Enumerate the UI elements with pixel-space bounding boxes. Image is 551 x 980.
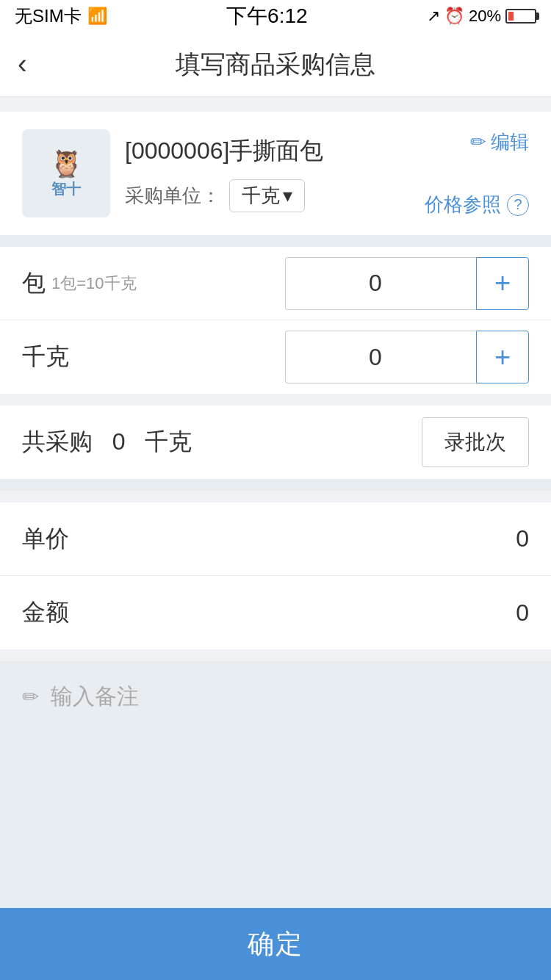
battery-percent: 20%: [469, 7, 501, 26]
bao-label: 包: [22, 267, 46, 300]
separator-2: [0, 479, 551, 491]
back-button[interactable]: ‹: [18, 48, 27, 80]
bao-sublabel: 1包=10千克: [51, 273, 137, 295]
summary-row: 共采购 0 千克 录批次: [0, 406, 551, 479]
alarm-icon: ⏰: [444, 7, 464, 26]
summary-label: 共采购 0 千克: [22, 426, 192, 458]
unit-dropdown-icon: ▾: [283, 184, 292, 207]
kg-field-wrapper: +: [285, 331, 529, 383]
status-bar-time: 下午6:12: [226, 2, 308, 30]
confirm-button[interactable]: 确定: [0, 908, 551, 980]
kg-input[interactable]: [285, 331, 476, 383]
wifi-icon: 📶: [87, 7, 107, 26]
edit-button[interactable]: ✏ 编辑: [470, 129, 529, 155]
kg-label: 千克: [22, 341, 69, 373]
unit-price-row: 单价 0: [0, 502, 551, 576]
amount-row: 金额 0: [0, 576, 551, 649]
product-owl-logo: 🦉: [50, 148, 83, 179]
nav-bar: ‹ 填写商品采购信息: [0, 32, 551, 97]
pencil-icon: ✏: [22, 685, 39, 709]
edit-label: 编辑: [491, 129, 529, 155]
product-image: 🦉 智十: [22, 129, 110, 217]
bao-plus-button[interactable]: +: [476, 257, 529, 310]
bao-input-row: 包 1包=10千克 +: [0, 247, 551, 320]
separator-1: [0, 235, 551, 247]
bao-input[interactable]: [285, 257, 476, 310]
record-batch-button[interactable]: 录批次: [422, 417, 529, 467]
price-ref-help-icon: ?: [507, 194, 529, 216]
product-logo-text: 智十: [51, 179, 81, 199]
unit-select[interactable]: 千克 ▾: [229, 179, 305, 212]
kg-plus-button[interactable]: +: [476, 331, 529, 383]
status-bar-right: ↗ ⏰ 20%: [427, 7, 536, 26]
unit-price-value: 0: [516, 525, 529, 552]
carrier-label: 无SIM卡: [15, 4, 82, 28]
nav-title: 填写商品采购信息: [176, 48, 375, 82]
unit-value: 千克: [242, 183, 280, 209]
amount-label: 金额: [22, 597, 69, 629]
kg-input-row: 千克 +: [0, 320, 551, 394]
summary-section: 共采购 0 千克 录批次: [0, 406, 551, 479]
location-icon: ↗: [427, 7, 440, 26]
battery-icon: [505, 9, 536, 24]
status-bar-left: 无SIM卡 📶: [15, 4, 107, 28]
battery-fill: [508, 12, 514, 21]
notes-section[interactable]: ✏ 输入备注: [0, 661, 551, 732]
unit-label: 采购单位：: [125, 183, 220, 209]
product-name: [0000006]手撕面包: [125, 135, 529, 167]
edit-icon: ✏: [470, 131, 486, 154]
status-bar: 无SIM卡 📶 下午6:12 ↗ ⏰ 20%: [0, 0, 551, 32]
price-section: 单价 0 金额 0: [0, 502, 551, 649]
bao-field-wrapper: +: [285, 257, 529, 310]
input-section: 包 1包=10千克 + 千克 +: [0, 247, 551, 394]
product-card: 🦉 智十 [0000006]手撕面包 采购单位： 千克 ▾ ✏ 编辑 价格参照 …: [0, 112, 551, 235]
price-ref-button[interactable]: 价格参照 ?: [425, 192, 529, 217]
amount-value: 0: [516, 599, 529, 627]
notes-placeholder: 输入备注: [51, 682, 139, 712]
unit-price-label: 单价: [22, 523, 69, 555]
price-ref-label: 价格参照: [425, 192, 501, 217]
